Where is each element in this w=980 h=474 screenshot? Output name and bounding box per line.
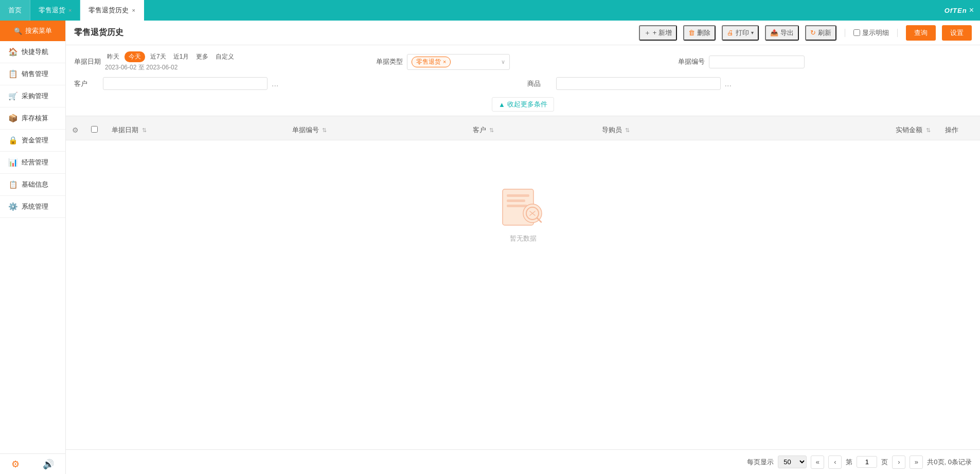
print-label: 打印: [736, 28, 749, 38]
sidebar-item-operations[interactable]: 📊 经营管理: [0, 152, 65, 174]
refresh-button[interactable]: ↻ 刷新: [805, 25, 836, 41]
th-customer[interactable]: 客户 ⇅: [467, 120, 596, 140]
sidebar-item-purchase-mgmt[interactable]: 🛒 采购管理: [0, 85, 65, 107]
page-unit: 页: [881, 458, 888, 467]
th-amount[interactable]: 实销金额 ⇅: [751, 120, 939, 140]
finance-icon: 🔒: [8, 136, 17, 145]
refresh-label: 刷新: [818, 28, 831, 38]
svg-rect-2: [507, 199, 525, 202]
type-filter-label: 单据类型: [376, 57, 403, 66]
sidebar-nav: 🏠 快捷导航 📋 销售管理 🛒 采购管理 📦 库存核算 🔒 资金管理 📊: [0, 41, 65, 453]
print-button[interactable]: 🖨 打印 ▾: [722, 25, 759, 41]
page-first-button[interactable]: «: [811, 455, 824, 469]
export-icon: 📤: [770, 29, 778, 37]
page-header: 零售退货历史 ＋ + 新增 🗑 删除 🖨 打印 ▾ 📤 导出: [66, 21, 980, 45]
data-table: ⚙ 单据日期 ⇅ 单据编号 ⇅: [66, 120, 980, 140]
empty-text: 暂无数据: [510, 234, 537, 243]
settings-bottom-icon[interactable]: ⚙: [11, 459, 20, 470]
sidebar-search[interactable]: 🔍 搜索菜单: [0, 21, 65, 41]
date-btn-yesterday[interactable]: 昨天: [105, 51, 121, 62]
goods-dots[interactable]: ...: [725, 79, 732, 88]
th-date-sort-icon: ⇅: [142, 127, 147, 133]
type-tag: 零售退货 ×: [412, 57, 451, 67]
date-filter-item: 单据日期 昨天 今天 近7天 近1月 更多 自定义 2023-06-02 至 2…: [74, 51, 368, 72]
delete-button[interactable]: 🗑 删除: [683, 25, 716, 41]
date-btn-last1month[interactable]: 近1月: [171, 51, 191, 62]
window-close-button[interactable]: ×: [969, 6, 974, 15]
svg-rect-1: [507, 194, 529, 197]
tab-retail-return-history-label: 零售退货历史: [88, 6, 129, 15]
svg-rect-3: [507, 205, 527, 207]
sidebar-item-basic-info[interactable]: 📋 基础信息: [0, 174, 65, 196]
customer-filter-input[interactable]: [103, 77, 268, 90]
date-btn-last7[interactable]: 近7天: [148, 51, 168, 62]
th-checkbox[interactable]: [85, 120, 105, 140]
customer-filter-label: 客户: [74, 79, 99, 88]
operations-icon: 📊: [8, 158, 17, 167]
sidebar-item-label-system-mgmt: 系统管理: [22, 202, 48, 211]
number-filter-input[interactable]: [709, 56, 805, 68]
tab-retail-return-history[interactable]: 零售退货历史 ×: [80, 0, 144, 21]
sidebar-item-finance[interactable]: 🔒 资金管理: [0, 130, 65, 152]
customer-filter-item: 客户 ...: [74, 77, 519, 90]
search-icon: 🔍: [14, 27, 22, 35]
page-input[interactable]: 1: [857, 456, 877, 468]
th-setting[interactable]: ⚙: [66, 120, 85, 140]
tab-retail-return-close[interactable]: ×: [68, 7, 72, 13]
query-button[interactable]: 查询: [906, 25, 936, 41]
date-btn-today[interactable]: 今天: [124, 51, 145, 62]
customer-dots[interactable]: ...: [272, 79, 278, 88]
sidebar-item-sales-mgmt[interactable]: 📋 销售管理: [0, 63, 65, 85]
sidebar-item-system-mgmt[interactable]: ⚙️ 系统管理: [0, 196, 65, 218]
date-range-display: 2023-06-02 至 2023-06-02: [105, 63, 236, 72]
page-next-button[interactable]: ›: [892, 455, 905, 469]
settings-button[interactable]: 设置: [942, 25, 972, 41]
sidebar-search-label: 搜索菜单: [25, 26, 52, 35]
quick-nav-icon: 🏠: [8, 47, 17, 57]
table-header-row: ⚙ 单据日期 ⇅ 单据编号 ⇅: [66, 120, 980, 140]
number-filter-item: 单据编号: [678, 56, 972, 68]
sidebar-item-inventory[interactable]: 📦 库存核算: [0, 107, 65, 130]
sidebar: 🔍 搜索菜单 🏠 快捷导航 📋 销售管理 🛒 采购管理 📦 库存核算 🔒: [0, 21, 66, 474]
th-guide[interactable]: 导购员 ⇅: [596, 120, 751, 140]
tab-home-label: 首页: [8, 6, 22, 15]
export-button[interactable]: 📤 导出: [765, 25, 799, 41]
sidebar-item-label-operations: 经营管理: [22, 158, 48, 167]
th-number[interactable]: 单据编号 ⇅: [286, 120, 467, 140]
page-last-button[interactable]: »: [910, 455, 923, 469]
th-action-label: 操作: [945, 126, 958, 134]
selector-arrow-icon: ∨: [501, 59, 505, 65]
type-selector[interactable]: 零售退货 × ∨: [407, 54, 510, 70]
audio-bottom-icon[interactable]: 🔊: [43, 459, 54, 470]
filter-row-2: 客户 ... 商品 ...: [74, 77, 972, 90]
th-customer-label: 客户: [473, 126, 486, 134]
page-size-select[interactable]: 10 20 50 100: [778, 455, 807, 468]
sidebar-item-label-inventory: 库存核算: [22, 114, 48, 123]
date-btn-more[interactable]: 更多: [194, 51, 210, 62]
collapse-icon: ▲: [498, 101, 505, 108]
basic-info-icon: 📋: [8, 180, 17, 189]
select-all-checkbox[interactable]: [91, 126, 98, 133]
tab-retail-return-history-close[interactable]: ×: [132, 7, 135, 13]
th-number-label: 单据编号: [292, 126, 319, 134]
add-button[interactable]: ＋ + 新增: [639, 25, 677, 41]
sidebar-item-label-sales-mgmt: 销售管理: [22, 69, 48, 79]
collapse-button[interactable]: ▲ 收起更多条件: [492, 97, 554, 112]
display-toggle[interactable]: 显示明细: [853, 28, 889, 38]
inventory-icon: 📦: [8, 114, 17, 123]
tab-retail-return-label: 零售退货: [39, 6, 65, 15]
tab-retail-return[interactable]: 零售退货 ×: [30, 0, 80, 21]
page-prev-button[interactable]: ‹: [828, 455, 842, 469]
export-label: 导出: [780, 28, 794, 38]
date-filter-btns: 昨天 今天 近7天 近1月 更多 自定义: [105, 51, 236, 62]
date-btn-custom[interactable]: 自定义: [213, 51, 236, 62]
display-toggle-checkbox[interactable]: [853, 29, 860, 36]
th-date[interactable]: 单据日期 ⇅: [105, 120, 286, 140]
tab-home[interactable]: 首页: [0, 0, 30, 21]
header-divider2: [897, 29, 898, 37]
sidebar-item-quick-nav[interactable]: 🏠 快捷导航: [0, 41, 65, 63]
type-tag-remove[interactable]: ×: [443, 59, 446, 65]
sales-mgmt-icon: 📋: [8, 69, 17, 79]
goods-filter-input[interactable]: [556, 77, 721, 90]
sidebar-item-label-basic-info: 基础信息: [22, 180, 48, 189]
